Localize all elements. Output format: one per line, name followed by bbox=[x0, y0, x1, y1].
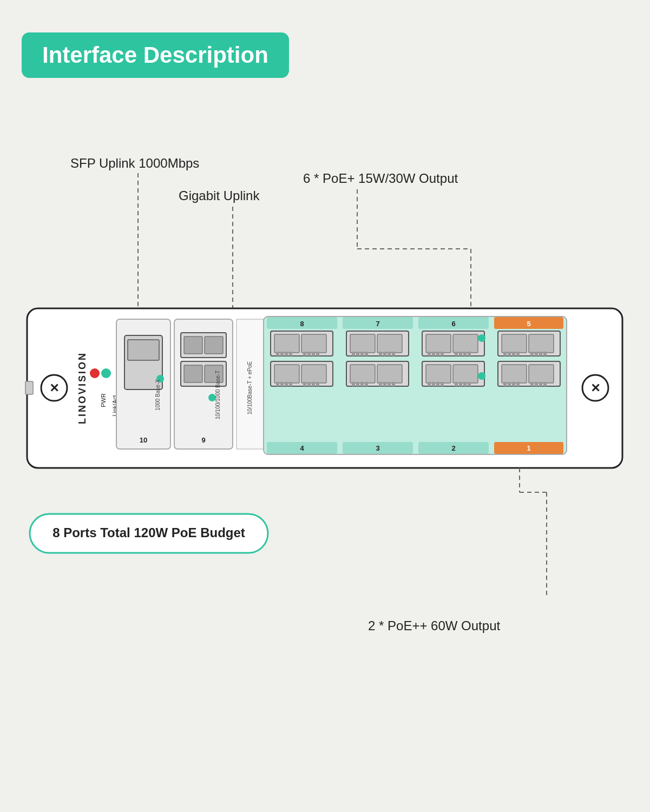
svg-rect-63 bbox=[453, 365, 478, 383]
svg-rect-7 bbox=[289, 352, 292, 356]
svg-rect-71 bbox=[468, 382, 471, 386]
brand-text: LINOVISION bbox=[77, 352, 88, 424]
svg-rect-16 bbox=[360, 352, 364, 356]
gigabit-spec-label: 10/100/1000 Base-T bbox=[215, 371, 221, 420]
svg-rect-74 bbox=[503, 382, 507, 386]
sfp-label-text: SFP Uplink 1000Mbps bbox=[70, 156, 199, 170]
svg-rect-37 bbox=[516, 352, 520, 356]
svg-rect-59 bbox=[383, 382, 386, 386]
svg-rect-54 bbox=[352, 382, 355, 386]
sfp-spec-label: 1000 Base-X bbox=[155, 379, 161, 411]
port1-num: 1 bbox=[527, 444, 530, 452]
sfp-inner bbox=[128, 340, 159, 360]
svg-rect-38 bbox=[530, 352, 534, 356]
svg-rect-58 bbox=[379, 382, 382, 386]
port6-led bbox=[478, 334, 485, 342]
svg-rect-40 bbox=[539, 352, 542, 356]
svg-rect-65 bbox=[432, 382, 435, 386]
svg-rect-19 bbox=[383, 352, 386, 356]
port5-num: 5 bbox=[527, 320, 530, 328]
port4-num: 4 bbox=[300, 444, 304, 452]
svg-rect-69 bbox=[459, 382, 462, 386]
svg-rect-60 bbox=[388, 382, 391, 386]
svg-rect-23 bbox=[453, 334, 478, 353]
svg-rect-66 bbox=[436, 382, 439, 386]
svg-rect-43 bbox=[301, 365, 326, 383]
svg-rect-36 bbox=[512, 352, 515, 356]
svg-rect-48 bbox=[303, 382, 306, 386]
port9-label: 9 bbox=[201, 436, 205, 444]
svg-rect-11 bbox=[316, 352, 319, 356]
svg-rect-41 bbox=[543, 352, 547, 356]
poe-plus-label-text: 6 * PoE+ 15W/30W Output bbox=[303, 171, 458, 186]
svg-rect-73 bbox=[529, 365, 554, 383]
poe-budget-label: 8 Ports Total 120W PoE Budget bbox=[52, 525, 245, 540]
port7-num: 7 bbox=[376, 320, 379, 328]
port6-num: 6 bbox=[451, 320, 455, 328]
gigabit-rj45-bot-inner bbox=[184, 365, 202, 382]
svg-rect-27 bbox=[441, 352, 444, 356]
svg-rect-25 bbox=[432, 352, 435, 356]
svg-rect-79 bbox=[535, 382, 538, 386]
svg-rect-13 bbox=[377, 334, 402, 353]
svg-rect-17 bbox=[365, 352, 368, 356]
svg-rect-14 bbox=[352, 352, 355, 356]
svg-rect-15 bbox=[356, 352, 359, 356]
svg-text:✕: ✕ bbox=[49, 381, 59, 395]
svg-rect-21 bbox=[392, 352, 395, 356]
left-connector bbox=[25, 381, 33, 394]
svg-rect-45 bbox=[280, 382, 284, 386]
svg-rect-33 bbox=[529, 334, 554, 353]
svg-rect-2 bbox=[274, 334, 299, 353]
svg-rect-44 bbox=[276, 382, 279, 386]
svg-rect-50 bbox=[312, 382, 315, 386]
svg-rect-64 bbox=[428, 382, 431, 386]
port8-num: 8 bbox=[300, 320, 304, 328]
pwr-led bbox=[90, 368, 100, 378]
svg-rect-39 bbox=[535, 352, 538, 356]
svg-rect-30 bbox=[463, 352, 467, 356]
svg-rect-57 bbox=[365, 382, 368, 386]
svg-rect-34 bbox=[503, 352, 507, 356]
gigabit-rj45-top-inner2 bbox=[205, 336, 223, 354]
port2-led bbox=[478, 372, 485, 380]
svg-rect-35 bbox=[508, 352, 511, 356]
svg-rect-70 bbox=[463, 382, 467, 386]
svg-rect-61 bbox=[392, 382, 395, 386]
svg-rect-5 bbox=[280, 352, 284, 356]
svg-rect-42 bbox=[274, 365, 299, 383]
svg-rect-55 bbox=[356, 382, 359, 386]
svg-rect-18 bbox=[379, 352, 382, 356]
svg-rect-8 bbox=[303, 352, 306, 356]
gigabit-label-text: Gigabit Uplink bbox=[179, 188, 260, 203]
svg-rect-81 bbox=[543, 382, 547, 386]
svg-rect-78 bbox=[530, 382, 534, 386]
svg-rect-49 bbox=[307, 382, 311, 386]
epoe-spec-label: 10/100Base-T + ePoE bbox=[247, 361, 253, 414]
svg-rect-20 bbox=[388, 352, 391, 356]
port3-num: 3 bbox=[376, 444, 379, 452]
svg-rect-3 bbox=[301, 334, 326, 353]
svg-rect-68 bbox=[455, 382, 458, 386]
svg-rect-31 bbox=[468, 352, 471, 356]
svg-rect-72 bbox=[502, 365, 527, 383]
svg-rect-75 bbox=[508, 382, 511, 386]
svg-rect-4 bbox=[276, 352, 279, 356]
gigabit-rj45-top-inner bbox=[184, 336, 202, 354]
svg-rect-6 bbox=[285, 352, 288, 356]
svg-rect-28 bbox=[455, 352, 458, 356]
svg-rect-26 bbox=[436, 352, 439, 356]
svg-rect-12 bbox=[350, 334, 375, 353]
svg-rect-10 bbox=[312, 352, 315, 356]
poe-plusplus-label-text: 2 * PoE++ 60W Output bbox=[368, 618, 500, 633]
svg-rect-47 bbox=[289, 382, 292, 386]
port10-label: 10 bbox=[140, 436, 147, 444]
svg-rect-67 bbox=[441, 382, 444, 386]
svg-rect-77 bbox=[516, 382, 520, 386]
svg-rect-80 bbox=[539, 382, 542, 386]
diagram-svg: SFP Uplink 1000Mbps Gigabit Uplink 6 * P… bbox=[0, 0, 650, 812]
port2-num: 2 bbox=[451, 444, 455, 452]
svg-rect-29 bbox=[459, 352, 462, 356]
svg-rect-52 bbox=[350, 365, 375, 383]
svg-rect-9 bbox=[307, 352, 311, 356]
